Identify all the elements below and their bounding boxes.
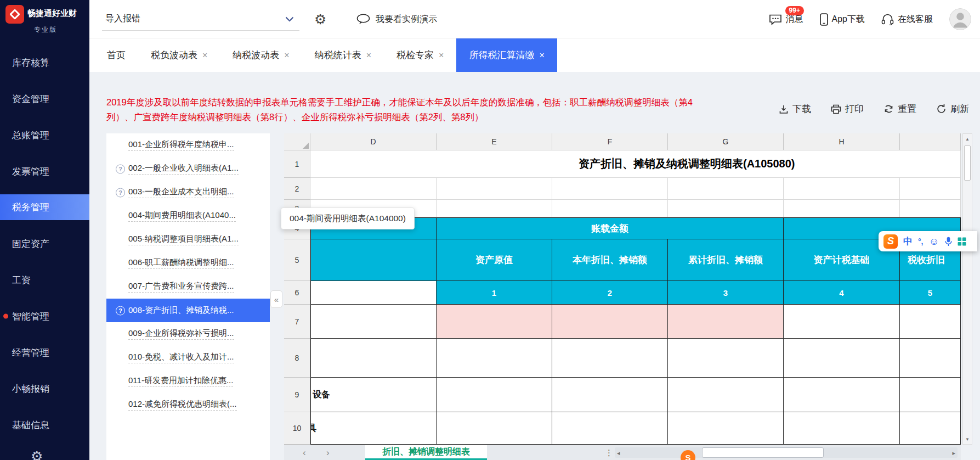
- cell[interactable]: [668, 339, 784, 378]
- sidebar-item-tax-management[interactable]: 税务管理: [0, 194, 89, 220]
- cell[interactable]: [310, 305, 437, 339]
- sheet-tab-depreciation-adjustment[interactable]: 折旧、摊销调整明细表: [365, 445, 487, 460]
- cell[interactable]: [784, 378, 900, 412]
- cell[interactable]: [900, 339, 961, 378]
- row-header-7[interactable]: 7: [284, 305, 310, 339]
- app-download-button[interactable]: App下载: [820, 13, 865, 26]
- cell[interactable]: [310, 339, 437, 378]
- cell[interactable]: [900, 378, 961, 412]
- cell[interactable]: [437, 412, 552, 445]
- online-service-button[interactable]: 在线客服: [881, 14, 933, 25]
- form-list-item-001[interactable]: 001-企业所得税年度纳税申...: [106, 133, 270, 157]
- ime-chinese-mode-icon[interactable]: 中: [903, 235, 913, 248]
- cell[interactable]: [437, 200, 552, 217]
- column-number-cell[interactable]: 2: [552, 281, 668, 305]
- sheet-nav-next-icon[interactable]: ›: [326, 447, 330, 458]
- column-header-f[interactable]: F: [552, 133, 668, 150]
- gear-icon[interactable]: ⚙: [314, 11, 326, 27]
- more-sheets-icon[interactable]: ⋮: [605, 448, 613, 458]
- row-header-1[interactable]: 1: [284, 150, 310, 178]
- highlighted-cell[interactable]: [437, 305, 552, 339]
- cell[interactable]: [900, 178, 961, 200]
- form-list-item-002[interactable]: ?002-一般企业收入明细表(A1...: [106, 157, 270, 181]
- close-icon[interactable]: ×: [439, 51, 444, 60]
- header-cell-asset-original-value[interactable]: 资产原值: [437, 239, 552, 281]
- help-icon[interactable]: ?: [116, 188, 125, 197]
- import-error-select[interactable]: 导入报错: [102, 8, 299, 31]
- sidebar-item-smart-management[interactable]: 智能管理: [0, 298, 89, 334]
- horizontal-scrollbar-thumb[interactable]: [702, 447, 824, 458]
- print-button[interactable]: 打印: [831, 103, 864, 115]
- cell-row-label-clipped[interactable]: 具: [310, 412, 437, 445]
- cell[interactable]: [784, 339, 900, 378]
- form-list-item-012[interactable]: 012-减免所得税优惠明细表(...: [106, 393, 270, 417]
- cell[interactable]: [552, 339, 668, 378]
- cell[interactable]: [552, 412, 668, 445]
- cell[interactable]: [310, 178, 437, 200]
- column-number-cell[interactable]: 5: [900, 281, 961, 305]
- group-header-cell[interactable]: 账载金额: [437, 217, 784, 239]
- ime-mic-icon[interactable]: [945, 237, 952, 246]
- scroll-up-icon[interactable]: ▲: [963, 134, 972, 144]
- help-icon[interactable]: ?: [116, 164, 125, 173]
- sidebar-item-inventory-accounting[interactable]: 库存核算: [0, 44, 89, 81]
- ime-toolbox-icon[interactable]: [958, 237, 966, 246]
- highlighted-cell[interactable]: [552, 305, 668, 339]
- column-number-cell[interactable]: 3: [668, 281, 784, 305]
- avatar[interactable]: [949, 8, 971, 30]
- reset-button[interactable]: 重置: [883, 103, 916, 115]
- header-cell-current-year-depreciation[interactable]: 本年折旧、摊销额: [552, 239, 668, 281]
- cell[interactable]: [668, 178, 784, 200]
- cell[interactable]: [437, 178, 552, 200]
- scroll-right-icon[interactable]: ▸: [952, 449, 955, 456]
- header-cell-accumulated-depreciation[interactable]: 累计折旧、摊销额: [668, 239, 784, 281]
- form-list-item-008[interactable]: ?008-资产折旧、摊销及纳税...: [106, 299, 270, 322]
- collapse-panel-button[interactable]: «: [270, 290, 282, 308]
- column-header-e[interactable]: E: [437, 133, 552, 150]
- sidebar-item-invoice-management[interactable]: 发票管理: [0, 153, 89, 189]
- vertical-scrollbar[interactable]: ▲ ▼: [962, 133, 972, 445]
- tab-home[interactable]: 首页: [94, 38, 138, 72]
- cell[interactable]: [437, 339, 552, 378]
- cell[interactable]: [437, 378, 552, 412]
- form-list-item-005[interactable]: 005-纳税调整项目明细表(A1...: [106, 228, 270, 251]
- download-button[interactable]: 下载: [779, 103, 811, 115]
- cell[interactable]: [552, 378, 668, 412]
- scroll-down-icon[interactable]: ▼: [963, 434, 972, 444]
- sidebar-item-payroll[interactable]: 工资: [0, 262, 89, 298]
- help-icon[interactable]: ?: [116, 306, 125, 315]
- cell[interactable]: [784, 305, 900, 339]
- row-header-10[interactable]: 10: [284, 412, 310, 445]
- sidebar-item-general-ledger[interactable]: 总账管理: [0, 117, 89, 153]
- row-header-2[interactable]: 2: [284, 178, 310, 200]
- tab-tax-statistics[interactable]: 纳税统计表×: [302, 38, 384, 72]
- sheet-nav-prev-icon[interactable]: ‹: [303, 447, 306, 458]
- close-icon[interactable]: ×: [284, 51, 289, 60]
- sidebar-item-business-management[interactable]: 经营管理: [0, 334, 89, 371]
- form-list-item-003[interactable]: ?003-一般企业成本支出明细...: [106, 181, 270, 204]
- column-number-cell[interactable]: 4: [784, 281, 900, 305]
- close-icon[interactable]: ×: [366, 51, 371, 60]
- sidebar-item-basic-info[interactable]: 基础信息: [0, 407, 89, 443]
- sidebar-item-expense-reimbursement[interactable]: 小畅报销: [0, 371, 89, 407]
- cell[interactable]: [784, 178, 900, 200]
- sidebar-item-funds-management[interactable]: 资金管理: [0, 81, 89, 117]
- cell[interactable]: [900, 200, 961, 217]
- ime-punctuation-icon[interactable]: °,: [918, 237, 924, 246]
- cell-row-label-equipment[interactable]: 设备: [310, 378, 437, 412]
- cell[interactable]: [310, 281, 437, 305]
- cell[interactable]: [668, 200, 784, 217]
- cell[interactable]: [900, 412, 961, 445]
- form-list-item-009[interactable]: 009-企业所得税弥补亏损明...: [106, 322, 270, 346]
- horizontal-scrollbar[interactable]: ◂ ▸: [615, 447, 958, 458]
- row-header-5[interactable]: 5: [284, 239, 310, 281]
- cell[interactable]: [668, 412, 784, 445]
- select-all-corner[interactable]: [284, 133, 310, 150]
- cell[interactable]: [784, 412, 900, 445]
- close-icon[interactable]: ×: [202, 51, 207, 60]
- row-header-8[interactable]: 8: [284, 339, 310, 378]
- column-header-d[interactable]: D: [310, 133, 437, 150]
- messages-button[interactable]: 消息 99+: [769, 14, 803, 25]
- cell[interactable]: [784, 200, 900, 217]
- cell[interactable]: [900, 305, 961, 339]
